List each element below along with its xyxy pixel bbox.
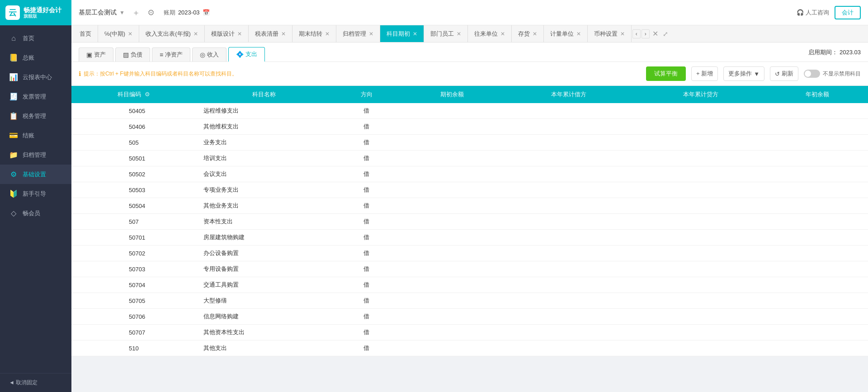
tab-subject-period[interactable]: 科目期初✕: [380, 25, 424, 43]
table-row[interactable]: 50503 专项业务支出 借: [71, 182, 868, 198]
tab-counterpart[interactable]: 往来单位✕: [468, 25, 512, 43]
account-button[interactable]: 会计: [835, 6, 861, 19]
balance-button[interactable]: 试算平衡: [646, 66, 686, 81]
cell-ytd-credit: [635, 293, 767, 309]
subtab-liability[interactable]: ▨ 负债: [115, 47, 150, 61]
cell-code: 50703: [71, 261, 196, 277]
tab-close-department[interactable]: ✕: [457, 31, 461, 37]
subtab-label-income: 收入: [207, 51, 219, 59]
tab-close-subject-period[interactable]: ✕: [413, 31, 417, 37]
subtab-net-asset[interactable]: ≡ 净资产: [152, 47, 190, 61]
table-row[interactable]: 50502 会议支出 借: [71, 166, 868, 182]
table-row[interactable]: 50504 其他业务支出 借: [71, 198, 868, 214]
tab-close-period[interactable]: ✕: [128, 31, 132, 37]
sidebar-item-invoice[interactable]: 🧾 发票管理: [0, 87, 71, 106]
more-button[interactable]: 更多操作 ▼: [723, 66, 764, 81]
cell-ytd-credit: [635, 277, 767, 293]
tab-home[interactable]: 首页: [73, 25, 98, 43]
header-year-opening: 年初余额: [767, 86, 868, 103]
table-row[interactable]: 510 其他支出 借: [71, 340, 868, 356]
tab-tax[interactable]: 税表清册✕: [249, 25, 292, 43]
period-info-value: 2023.03: [840, 49, 861, 56]
tab-close-currency[interactable]: ✕: [620, 31, 625, 37]
table-row[interactable]: 50707 其他资本性支出 借: [71, 325, 868, 340]
nav-label-home: 首页: [23, 34, 34, 43]
tab-unit[interactable]: 计量单位✕: [544, 25, 588, 43]
table-row[interactable]: 50704 交通工具购置 借: [71, 277, 868, 293]
sidebar-item-ledger[interactable]: 📒 总账: [0, 48, 71, 67]
sidebar-item-settings[interactable]: ⚙ 基础设置: [0, 165, 71, 184]
table-row[interactable]: 50501 培训支出 借: [71, 151, 868, 166]
table-row[interactable]: 50702 办公设备购置 借: [71, 246, 868, 261]
cell-name: 大型修缮: [196, 293, 332, 309]
cell-opening-balance: [401, 325, 502, 340]
sidebar-item-tax[interactable]: 📋 税务管理: [0, 106, 71, 126]
settings-icon[interactable]: ⚙: [147, 8, 155, 18]
sidebar-footer[interactable]: ◄ 取消固定: [0, 373, 71, 392]
support-button[interactable]: 🎧 人工咨询: [797, 9, 829, 17]
add-button[interactable]: + 新增: [691, 66, 718, 81]
header-ytd-debit: 本年累计借方: [502, 86, 635, 103]
sidebar-item-reports[interactable]: 📊 云报表中心: [0, 67, 71, 87]
project-selector[interactable]: 基层工会测试 ▼: [79, 9, 125, 17]
table-row[interactable]: 50406 其他维权支出 借: [71, 119, 868, 135]
expand-button[interactable]: ⤢: [661, 30, 670, 38]
tab-period[interactable]: ℅(中期)✕: [98, 25, 139, 43]
add-tab-button[interactable]: ＋: [130, 5, 142, 20]
toolbar-hint: ℹ 提示：按Ctrl + F键并输入科目编码或者科目名称可以查找科目。: [79, 70, 237, 78]
tab-currency[interactable]: 币种设置✕: [588, 25, 632, 43]
tab-close-period-end[interactable]: ✕: [325, 31, 330, 37]
period-value: 2023-03: [178, 9, 200, 16]
tab-label-home: 首页: [80, 30, 91, 38]
table-row[interactable]: 507 资本性支出 借: [71, 214, 868, 230]
close-all-tabs-button[interactable]: ✕: [650, 29, 661, 38]
table-row[interactable]: 50701 房屋建筑物购建 借: [71, 230, 868, 246]
tab-close-inventory[interactable]: ✕: [533, 31, 537, 37]
tab-archive[interactable]: 归档管理✕: [336, 25, 380, 43]
toggle-disabled-accounts[interactable]: 不显示禁用科目: [804, 70, 861, 78]
refresh-button[interactable]: ↺ 刷新: [770, 66, 798, 81]
tab-template[interactable]: 模版设计✕: [205, 25, 249, 43]
subtab-asset[interactable]: ▣ 资产: [79, 47, 113, 61]
tab-prev-button[interactable]: ‹: [632, 29, 641, 38]
subtab-income[interactable]: ◎ 收入: [192, 47, 226, 61]
sidebar-item-checkout[interactable]: 💳 结账: [0, 126, 71, 145]
sidebar-item-archive[interactable]: 📁 归档管理: [0, 145, 71, 165]
cell-code: 50702: [71, 246, 196, 261]
tab-close-counterpart[interactable]: ✕: [500, 31, 505, 37]
tab-department[interactable]: 部门员工✕: [424, 25, 468, 43]
nav-label-checkout: 结账: [23, 132, 34, 140]
table-row[interactable]: 50405 远程维修支出 借: [71, 103, 868, 119]
column-settings-icon[interactable]: ⚙: [145, 91, 150, 98]
tab-next-button[interactable]: ›: [642, 29, 650, 38]
table-row[interactable]: 50703 专用设备购置 借: [71, 261, 868, 277]
cell-direction: 借: [332, 103, 401, 119]
table-row[interactable]: 50705 大型修缮 借: [71, 293, 868, 309]
nav-label-invoice: 发票管理: [23, 93, 46, 101]
table-row[interactable]: 50706 信息网络购建 借: [71, 309, 868, 325]
tab-close-income[interactable]: ✕: [193, 31, 198, 37]
tab-close-unit[interactable]: ✕: [576, 31, 581, 37]
cell-opening-balance: [401, 119, 502, 135]
cell-name: 其他业务支出: [196, 198, 332, 214]
cell-year-opening: [767, 230, 868, 246]
cell-year-opening: [767, 103, 868, 119]
sidebar-item-guide[interactable]: 🔰 新手引导: [0, 184, 71, 203]
tab-close-template[interactable]: ✕: [237, 31, 242, 37]
tab-period-end[interactable]: 期末结转✕: [292, 25, 336, 43]
tab-income[interactable]: 收入支出表(年报)✕: [139, 25, 205, 43]
tab-label-inventory: 存货: [518, 30, 530, 38]
calendar-icon[interactable]: 📅: [203, 9, 210, 16]
logo: 云 畅捷通好会计 旗舰版: [0, 0, 71, 25]
cell-code: 50707: [71, 325, 196, 340]
toggle-label: 不显示禁用科目: [823, 70, 861, 78]
sidebar-item-member[interactable]: ◇ 畅会员: [0, 203, 71, 223]
toggle-switch[interactable]: [804, 70, 820, 78]
subtab-expenditure[interactable]: 💠 支出: [228, 47, 265, 62]
tab-close-archive[interactable]: ✕: [369, 31, 373, 37]
cell-ytd-credit: [635, 214, 767, 230]
table-row[interactable]: 505 业务支出 借: [71, 135, 868, 151]
tab-inventory[interactable]: 存货✕: [512, 25, 544, 43]
sidebar-item-home[interactable]: ⌂ 首页: [0, 29, 71, 48]
tab-close-tax[interactable]: ✕: [281, 31, 286, 37]
